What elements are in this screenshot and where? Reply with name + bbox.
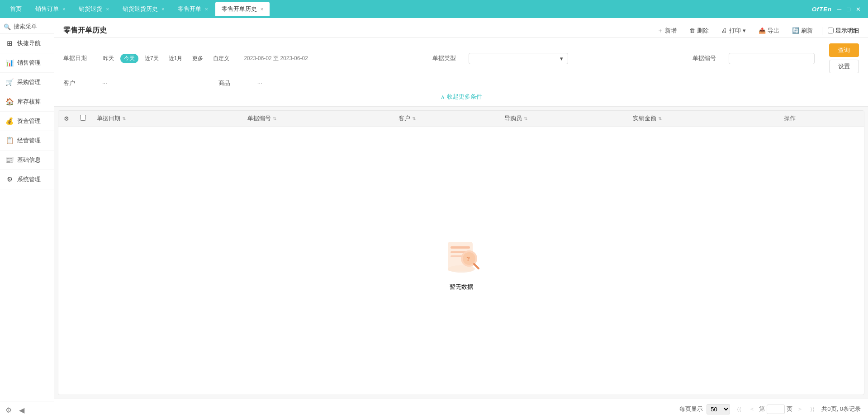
search-icon: 🔍 xyxy=(4,24,11,30)
sidebar-item-quick-nav[interactable]: ⊞ 快捷导航 xyxy=(0,34,54,53)
minimize-btn[interactable]: ─ xyxy=(837,6,841,13)
col-action: 操作 xyxy=(778,111,864,127)
sidebar-settings-icon[interactable]: ⚙ xyxy=(5,406,12,414)
customer-label: 客户 xyxy=(63,79,90,87)
tab-sales-order[interactable]: 销售订单× xyxy=(29,2,71,16)
tab-close-retail-open-history[interactable]: × xyxy=(261,6,263,12)
current-page-input[interactable]: 1 xyxy=(767,405,785,414)
collapse-up-icon: ∧ xyxy=(441,94,445,100)
quick-nav-icon: ⊞ xyxy=(5,39,14,47)
page-header: 零售开单历史 ＋ 新增 🗑 删除 🖨 打印 ▾ 📤 导出 xyxy=(54,18,868,38)
pagination-nav: ⟨⟨ ＜ 第 1 页 ＞ ⟩⟩ xyxy=(734,404,818,414)
date-btn-yesterday[interactable]: 昨天 xyxy=(100,54,118,63)
sidebar-item-stock-check[interactable]: 🏠 库存核算 xyxy=(0,92,54,112)
export-button[interactable]: 📤 导出 xyxy=(755,25,783,37)
tab-sales-return[interactable]: 销货退货× xyxy=(72,2,115,16)
svg-line-8 xyxy=(474,264,479,268)
maximize-btn[interactable]: □ xyxy=(847,6,850,13)
product-input[interactable]: ··· xyxy=(255,78,265,88)
add-icon: ＋ xyxy=(657,27,663,35)
toolbar: ＋ 新增 🗑 删除 🖨 打印 ▾ 📤 导出 🔄 xyxy=(654,25,859,37)
show-detail-label: 显示明细 xyxy=(835,27,859,35)
last-page-btn[interactable]: ⟩⟩ xyxy=(807,404,818,414)
query-button[interactable]: 查询 xyxy=(829,43,859,57)
doc-no-label: 单据编号 xyxy=(693,54,720,62)
date-btn-custom[interactable]: 自定义 xyxy=(209,54,233,63)
doc-no-input[interactable] xyxy=(729,53,815,64)
delete-button[interactable]: 🗑 删除 xyxy=(686,25,712,37)
next-page-btn[interactable]: ＞ xyxy=(794,404,805,414)
delete-label: 删除 xyxy=(697,27,709,35)
col-label-date: 单据日期 xyxy=(97,115,120,122)
tab-close-retail-open[interactable]: × xyxy=(205,6,208,12)
sort-icon-date: ⇅ xyxy=(122,116,126,121)
sidebar-item-basic-info[interactable]: 📰 基础信息 xyxy=(0,151,54,170)
sidebar-collapse-icon[interactable]: ◀ xyxy=(19,406,24,414)
tab-close-sales-return[interactable]: × xyxy=(106,6,109,12)
pagination-total: 共0页, 0条记录 xyxy=(821,405,861,413)
col-no[interactable]: 单据编号⇅ xyxy=(242,111,393,127)
export-label: 导出 xyxy=(768,27,779,35)
date-label: 单据日期 xyxy=(63,54,90,62)
svg-text:?: ? xyxy=(466,255,470,262)
collapse-button[interactable]: ∧ 收起更多条件 xyxy=(63,93,859,101)
sidebar-search-label: 搜索采单 xyxy=(14,23,37,31)
date-btn-today[interactable]: 今天 xyxy=(120,54,138,63)
tab-home[interactable]: 首页 xyxy=(4,2,28,16)
tab-retail-open[interactable]: 零售开单× xyxy=(171,2,214,16)
settings-button[interactable]: 设置 xyxy=(829,60,859,73)
sidebar-item-finance-mgmt[interactable]: 💰 资金管理 xyxy=(0,112,54,131)
main-layout: 🔍 搜索采单 ⊞ 快捷导航 📊 销售管理 🛒 采购管理 🏠 库存核算 💰 资金管… xyxy=(0,18,868,419)
sidebar-item-purchase-mgmt[interactable]: 🛒 采购管理 xyxy=(0,73,54,92)
sidebar-item-sales-mgmt[interactable]: 📊 销售管理 xyxy=(0,53,54,73)
doc-type-select[interactable]: ▾ xyxy=(469,53,568,64)
sidebar-search[interactable]: 🔍 搜索采单 xyxy=(0,18,54,34)
tab-label-retail-open: 零售开单 xyxy=(178,5,201,13)
sidebar-item-business-mgmt[interactable]: 📋 经营管理 xyxy=(0,131,54,151)
delete-icon: 🗑 xyxy=(689,27,695,34)
show-detail-input[interactable] xyxy=(828,28,834,33)
column-settings-icon[interactable]: ⚙ xyxy=(64,115,69,122)
business-mgmt-icon: 📋 xyxy=(5,137,14,145)
collapse-label: 收起更多条件 xyxy=(447,93,482,101)
sidebar-label-basic-info: 基础信息 xyxy=(17,156,41,164)
tab-label-sales-order: 销售订单 xyxy=(35,5,59,13)
print-button[interactable]: 🖨 打印 ▾ xyxy=(718,25,749,37)
date-btn-last1month[interactable]: 近1月 xyxy=(165,54,186,63)
basic-info-icon: 📰 xyxy=(5,156,14,164)
print-icon: 🖨 xyxy=(721,27,727,34)
tab-close-sales-order[interactable]: × xyxy=(62,6,65,12)
empty-text: 暂无数据 xyxy=(450,283,473,291)
purchase-mgmt-icon: 🛒 xyxy=(5,78,14,86)
sidebar-label-quick-nav: 快捷导航 xyxy=(17,39,41,47)
show-detail-checkbox[interactable]: 显示明细 xyxy=(828,27,859,35)
col-date[interactable]: 单据日期⇅ xyxy=(91,111,242,127)
date-btn-more[interactable]: 更多 xyxy=(189,54,207,63)
sidebar-label-finance-mgmt: 资金管理 xyxy=(17,117,41,125)
col-amount[interactable]: 实销金额⇅ xyxy=(627,111,778,127)
tab-close-sales-return-history[interactable]: × xyxy=(161,6,164,12)
close-btn[interactable]: ✕ xyxy=(856,6,861,13)
filter-row-2: 客户 ··· 商品 ··· xyxy=(63,78,859,88)
refresh-button[interactable]: 🔄 刷新 xyxy=(788,25,816,37)
col-customer[interactable]: 客户⇅ xyxy=(393,111,499,127)
page-size-select[interactable]: 2050100 xyxy=(707,404,730,414)
tab-retail-open-history[interactable]: 零售开单历史× xyxy=(215,2,270,16)
first-page-btn[interactable]: ⟨⟨ xyxy=(734,404,745,414)
customer-input[interactable]: ··· xyxy=(100,78,110,88)
print-label: 打印 xyxy=(729,27,741,35)
page-title: 零售开单历史 xyxy=(63,26,107,35)
empty-icon: ? xyxy=(439,231,484,276)
tab-label-retail-open-history: 零售开单历史 xyxy=(222,5,257,13)
date-btn-last7[interactable]: 近7天 xyxy=(141,54,162,63)
col-salesperson[interactable]: 导购员⇅ xyxy=(499,111,627,127)
window-controls: OfTEn ─ □ ✕ xyxy=(812,6,864,13)
prev-page-btn[interactable]: ＜ xyxy=(746,404,757,414)
stock-check-icon: 🏠 xyxy=(5,98,14,106)
export-icon: 📤 xyxy=(759,27,766,34)
select-all-checkbox[interactable] xyxy=(80,115,86,121)
sidebar-item-system-mgmt[interactable]: ⚙ 系统管理 xyxy=(0,170,54,189)
date-filter-buttons: 昨天今天近7天近1月更多自定义 xyxy=(100,54,233,63)
tab-sales-return-history[interactable]: 销货退货历史× xyxy=(116,2,171,16)
add-button[interactable]: ＋ 新增 xyxy=(654,25,680,37)
